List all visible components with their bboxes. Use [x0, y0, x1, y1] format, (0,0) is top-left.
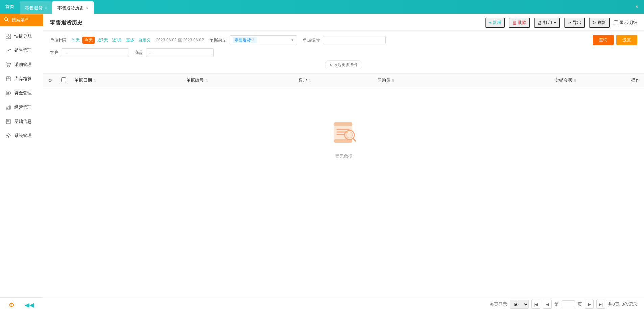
svg-rect-2: [6, 34, 8, 36]
sort-guide-icon[interactable]: ⇅: [392, 79, 395, 82]
purchase-mgmt-icon: [5, 62, 11, 68]
tab-retail-return-history[interactable]: 零售退货历史 ×: [52, 1, 93, 15]
sidebar-nav: 快捷导航 销售管理 采购管理: [0, 26, 43, 297]
collapse-filter-button[interactable]: ∧ 收起更多条件: [325, 60, 362, 69]
refresh-button[interactable]: ↻ 刷新: [589, 18, 610, 28]
total-info: 共0页, 0条记录: [608, 301, 637, 307]
collapse-up-icon: ∧: [329, 63, 332, 67]
query-button[interactable]: 查询: [593, 35, 614, 45]
doc-type-tag-close[interactable]: ×: [252, 38, 255, 42]
sidebar-bottom: ⚙ ◀◀: [0, 297, 43, 312]
sidebar-item-purchase-mgmt[interactable]: 采购管理: [0, 58, 43, 72]
next-page-button[interactable]: ▶: [585, 300, 594, 309]
date-shortcut-more[interactable]: 更多: [125, 37, 136, 44]
customer-select[interactable]: ...: [62, 48, 129, 57]
goods-filter: 商品 ...: [135, 48, 214, 57]
tab-home[interactable]: 首页: [0, 0, 20, 14]
svg-rect-4: [6, 37, 8, 39]
print-button[interactable]: 🖨 打印 ▼: [534, 18, 560, 28]
filter-row-2: 客户 ... 商品 ...: [50, 48, 637, 57]
date-filter: 单据日期 昨天 今天 近7天 近1月 更多 自定义 2023-06-02 至 2…: [50, 37, 204, 44]
svg-line-1: [7, 20, 9, 22]
main-layout: 搜索菜单 快捷导航: [0, 14, 644, 312]
th-amount: 实销金额 ⇅: [469, 74, 580, 87]
svg-rect-12: [6, 108, 7, 109]
sidebar-item-quick-nav[interactable]: 快捷导航: [0, 29, 43, 43]
doc-no-filter: 单据编号: [303, 36, 386, 44]
sidebar-item-sales-mgmt[interactable]: 销售管理: [0, 43, 43, 58]
th-doc-no: 单据编号 ⇅: [182, 74, 294, 87]
date-shortcut-7days[interactable]: 近7天: [96, 37, 109, 44]
print-dropdown-icon: ▼: [553, 21, 557, 25]
goods-select[interactable]: ...: [146, 48, 214, 57]
page-header: 零售退货历史 + 新增 🗑 删除 🖨 打印 ▼ ↗ 导出 ↻: [43, 14, 644, 31]
empty-row: 暂无数据: [43, 87, 644, 187]
sidebar-audio-icon[interactable]: ◀◀: [25, 301, 34, 309]
sidebar-search[interactable]: 搜索菜单: [0, 14, 43, 26]
sidebar-item-inventory[interactable]: 库存核算: [0, 72, 43, 86]
sidebar-item-basic-info-label: 基础信息: [14, 118, 32, 125]
refresh-icon: ↻: [592, 20, 596, 25]
date-shortcut-1month[interactable]: 近1月: [111, 37, 124, 44]
delete-button[interactable]: 🗑 删除: [509, 18, 530, 28]
quick-nav-icon: [5, 33, 11, 39]
window-close-button[interactable]: ×: [629, 3, 644, 10]
sales-mgmt-icon: [5, 47, 11, 53]
page-number-input[interactable]: 1: [562, 300, 575, 308]
select-all-checkbox[interactable]: [61, 77, 66, 82]
th-date: 单据日期 ⇅: [70, 74, 182, 87]
sidebar-item-basic-info[interactable]: 基础信息: [0, 114, 43, 129]
sidebar-item-sales-mgmt-label: 销售管理: [14, 47, 32, 53]
customer-label: 客户: [50, 50, 59, 56]
last-page-button[interactable]: ▶|: [596, 300, 605, 309]
svg-rect-3: [9, 34, 11, 36]
setting-button[interactable]: 设置: [616, 35, 637, 45]
column-settings-icon[interactable]: ⚙: [48, 77, 52, 83]
page-suffix: 页: [578, 301, 582, 307]
sort-customer-icon[interactable]: ⇅: [308, 79, 311, 82]
svg-rect-5: [9, 37, 11, 39]
first-page-button[interactable]: |◀: [531, 300, 540, 309]
per-page-select[interactable]: 50 10 20 100: [510, 300, 529, 309]
per-page-label: 每页显示: [490, 301, 507, 307]
prev-page-button[interactable]: ◀: [543, 300, 552, 309]
tab-retail-return[interactable]: 零售退货 ×: [20, 1, 52, 15]
sidebar-item-operations[interactable]: 经营管理: [0, 100, 43, 114]
doc-type-label: 单据类型: [209, 37, 227, 43]
doc-no-input[interactable]: [323, 36, 386, 44]
sidebar-item-finance[interactable]: 资金管理: [0, 86, 43, 100]
show-detail-toggle[interactable]: 显示明细: [614, 20, 637, 26]
doc-type-filter: 单据类型 零售退货 × ▼: [209, 35, 297, 45]
customer-filter: 客户 ...: [50, 48, 129, 57]
sidebar-settings-icon[interactable]: ⚙: [9, 301, 14, 309]
date-shortcut-yesterday[interactable]: 昨天: [70, 37, 81, 44]
show-detail-checkbox[interactable]: [614, 20, 618, 25]
svg-line-27: [353, 138, 356, 141]
doc-type-tag: 零售退货 ×: [233, 37, 257, 43]
tab-retail-return-close[interactable]: ×: [45, 6, 47, 10]
sidebar-item-finance-label: 资金管理: [14, 90, 32, 96]
date-shortcut-custom[interactable]: 自定义: [137, 37, 152, 44]
table-container: ⚙ 单据日期 ⇅ 单据编号: [43, 74, 644, 296]
th-action: 操作: [580, 74, 644, 87]
basic-info-icon: [5, 118, 11, 125]
new-button[interactable]: + 新增: [485, 18, 505, 28]
sidebar-item-inventory-label: 库存核算: [14, 76, 32, 82]
sort-amount-icon[interactable]: ⇅: [574, 79, 576, 82]
export-button[interactable]: ↗ 导出: [564, 18, 585, 28]
finance-icon: [5, 90, 11, 96]
svg-point-18: [8, 135, 9, 137]
svg-rect-8: [6, 79, 10, 81]
date-shortcut-today[interactable]: 今天: [82, 37, 95, 44]
topbar: 首页 零售退货 × 零售退货历史 × ×: [0, 0, 644, 14]
tab-retail-return-history-close[interactable]: ×: [86, 6, 88, 10]
export-icon: ↗: [568, 20, 571, 25]
sort-date-icon[interactable]: ⇅: [93, 79, 96, 82]
svg-rect-14: [9, 106, 10, 109]
sidebar-item-sys-mgmt[interactable]: 系统管理: [0, 129, 43, 143]
pagination-bar: 每页显示 50 10 20 100 |◀ ◀ 第 1 页 ▶ ▶| 共0页, 0…: [43, 296, 644, 312]
doc-type-select[interactable]: 零售退货 × ▼: [230, 35, 297, 45]
tab-retail-return-history-label: 零售退货历史: [57, 5, 84, 11]
empty-illustration: [327, 114, 361, 148]
sort-doc-no-icon[interactable]: ⇅: [205, 79, 208, 82]
